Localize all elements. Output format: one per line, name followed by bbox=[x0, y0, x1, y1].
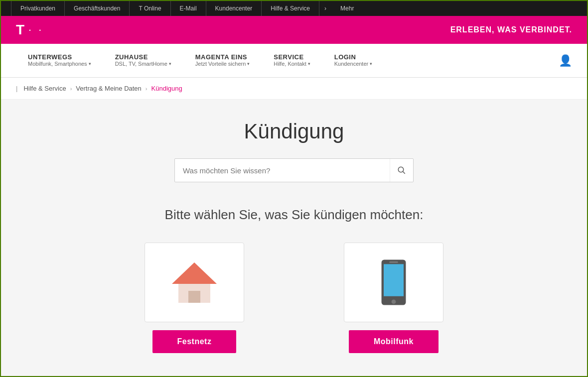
brand-tagline: ERLEBEN, WAS VERBINDET. bbox=[450, 25, 572, 34]
breadcrumb-hilfe[interactable]: Hilfe & Service bbox=[23, 85, 66, 92]
nav-title-service: SERVICE bbox=[274, 53, 310, 61]
top-nav-geschaeftskunden[interactable]: Geschäftskunden bbox=[65, 1, 130, 16]
nav-item-zuhause[interactable]: ZUHAUSE DSL, TV, SmartHome ▾ bbox=[103, 44, 183, 77]
breadcrumb-sep-1: › bbox=[70, 86, 72, 92]
festnetz-card-wrapper: Festnetz bbox=[145, 243, 244, 353]
top-nav-kundencenter[interactable]: Kundencenter bbox=[206, 1, 262, 16]
brand-dots: · · bbox=[28, 23, 43, 36]
svg-line-1 bbox=[403, 171, 405, 174]
main-nav: UNTERWEGS Mobilfunk, Smartphones ▾ ZUHAU… bbox=[1, 44, 587, 78]
top-nav-privatkunden[interactable]: Privatkunden bbox=[11, 1, 65, 16]
brand-bar: T · · ERLEBEN, WAS VERBINDET. bbox=[1, 16, 587, 44]
page-content: Kündigung Bitte wählen Sie, was Sie künd… bbox=[1, 100, 587, 373]
chevron-down-icon: ▾ bbox=[89, 61, 91, 66]
breadcrumb: | Hilfe & Service › Vertrag & Meine Date… bbox=[1, 78, 587, 100]
nav-title-zuhause: ZUHAUSE bbox=[115, 53, 171, 61]
top-nav-hilfe[interactable]: Hilfe & Service bbox=[262, 1, 319, 16]
nav-sub-service: Hilfe, Kontakt ▾ bbox=[274, 61, 310, 67]
festnetz-card[interactable] bbox=[145, 243, 244, 322]
festnetz-button[interactable]: Festnetz bbox=[152, 330, 237, 353]
top-nav: Privatkunden Geschäftskunden T Online E-… bbox=[1, 1, 587, 16]
cards-row: Festnetz Mobilfunk bbox=[145, 243, 443, 353]
top-nav-mehr[interactable]: Mehr bbox=[331, 5, 363, 12]
smartphone-icon bbox=[376, 257, 411, 307]
breadcrumb-sep-2: › bbox=[146, 86, 147, 92]
svg-point-0 bbox=[398, 167, 404, 172]
svg-rect-8 bbox=[389, 261, 398, 263]
user-icon[interactable]: 👤 bbox=[559, 54, 572, 67]
top-nav-tonline[interactable]: T Online bbox=[130, 1, 170, 16]
nav-item-magenta[interactable]: MAGENTA EINS Jetzt Vorteile sichern ▾ bbox=[183, 44, 262, 77]
search-button[interactable] bbox=[390, 159, 413, 182]
search-input[interactable] bbox=[175, 166, 390, 175]
breadcrumb-current: Kündigung bbox=[151, 85, 182, 92]
svg-rect-4 bbox=[188, 291, 200, 303]
top-nav-arrow: › bbox=[319, 5, 331, 12]
house-icon bbox=[169, 257, 219, 307]
nav-sub-login: Kundencenter ▾ bbox=[334, 61, 373, 67]
svg-rect-6 bbox=[384, 264, 404, 296]
page-title: Kündigung bbox=[244, 120, 344, 143]
svg-marker-2 bbox=[172, 262, 217, 284]
chevron-down-icon: ▾ bbox=[247, 61, 250, 66]
chevron-down-icon: ▾ bbox=[308, 61, 310, 66]
breadcrumb-bar: | bbox=[16, 85, 17, 92]
brand-t-letter: T bbox=[16, 22, 24, 38]
selection-title: Bitte wählen Sie, was Sie kündigen möcht… bbox=[165, 207, 424, 223]
nav-item-service[interactable]: SERVICE Hilfe, Kontakt ▾ bbox=[262, 44, 322, 77]
chevron-down-icon: ▾ bbox=[169, 61, 171, 66]
nav-title-magenta: MAGENTA EINS bbox=[195, 53, 250, 61]
nav-sub-unterwegs: Mobilfunk, Smartphones ▾ bbox=[28, 61, 91, 67]
breadcrumb-vertrag[interactable]: Vertrag & Meine Daten bbox=[76, 85, 142, 92]
nav-sub-magenta: Jetzt Vorteile sichern ▾ bbox=[195, 61, 250, 67]
mobilfunk-button[interactable]: Mobilfunk bbox=[349, 330, 439, 353]
mobilfunk-card-wrapper: Mobilfunk bbox=[344, 243, 443, 353]
search-bar bbox=[174, 158, 414, 182]
mobilfunk-card[interactable] bbox=[344, 243, 443, 322]
nav-title-unterwegs: UNTERWEGS bbox=[28, 53, 91, 61]
top-nav-email[interactable]: E-Mail bbox=[171, 1, 206, 16]
nav-sub-zuhause: DSL, TV, SmartHome ▾ bbox=[115, 61, 171, 67]
nav-item-unterwegs[interactable]: UNTERWEGS Mobilfunk, Smartphones ▾ bbox=[16, 44, 103, 77]
nav-item-login[interactable]: LOGIN Kundencenter ▾ bbox=[322, 44, 385, 77]
main-nav-items: UNTERWEGS Mobilfunk, Smartphones ▾ ZUHAU… bbox=[16, 44, 384, 77]
chevron-down-icon: ▾ bbox=[370, 61, 372, 66]
brand-logo[interactable]: T · · bbox=[16, 22, 43, 38]
search-icon bbox=[397, 166, 406, 175]
svg-point-7 bbox=[392, 299, 396, 304]
nav-title-login: LOGIN bbox=[334, 53, 373, 61]
